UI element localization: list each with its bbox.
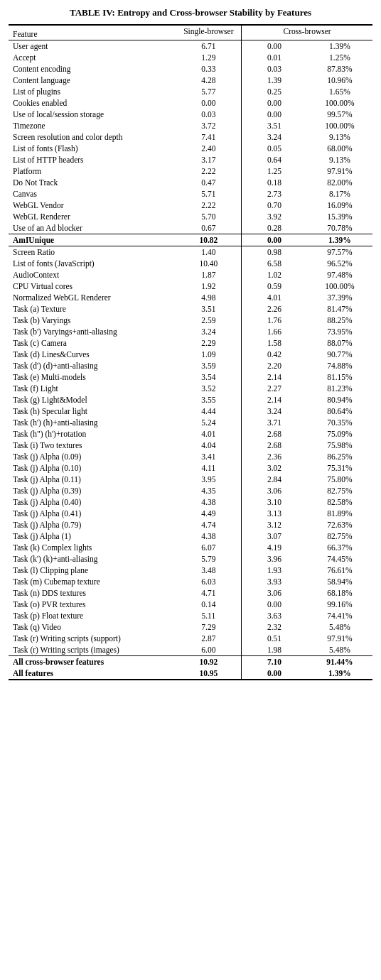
sb-entropy-cell: 7.29 bbox=[176, 621, 242, 633]
sb-entropy-cell: 4.71 bbox=[176, 587, 242, 599]
feature-cell: Screen resolution and color depth bbox=[9, 131, 176, 143]
sb-entropy-cell: 10.40 bbox=[176, 258, 242, 269]
table-row: Task (m) Cubemap texture6.033.9358.94% bbox=[9, 576, 372, 587]
table-row: Use of an Ad blocker0.670.2870.78% bbox=[9, 222, 372, 234]
feature-cell: WebGL Vendor bbox=[9, 200, 176, 211]
table-row: Do Not Track0.470.1882.00% bbox=[9, 177, 372, 188]
stability-cell: 74.41% bbox=[307, 610, 372, 621]
table-row: AudioContext1.871.0297.48% bbox=[9, 269, 372, 281]
feature-cell: Task (e) Multi-models bbox=[9, 371, 176, 383]
table-row: WebGL Vendor2.220.7016.09% bbox=[9, 200, 372, 211]
sb-entropy-cell: 4.38 bbox=[176, 530, 242, 542]
feature-cell: WebGL Renderer bbox=[9, 211, 176, 222]
table-row: Task (h') (h)+anti-aliasing5.243.7170.35… bbox=[9, 417, 372, 428]
cb-entropy-cell: 3.06 bbox=[242, 485, 307, 496]
stability-cell: 88.25% bbox=[307, 315, 372, 326]
cb-entropy-cell: 0.18 bbox=[242, 177, 307, 188]
feature-cell: Task (q) Video bbox=[9, 621, 176, 633]
sb-entropy-cell: 4.01 bbox=[176, 428, 242, 440]
stability-cell: 8.17% bbox=[307, 188, 372, 200]
table-row: Timezone3.723.51100.00% bbox=[9, 120, 372, 131]
sb-entropy-cell: 3.52 bbox=[176, 383, 242, 394]
stability-cell: 97.57% bbox=[307, 246, 372, 258]
stability-cell: 91.44% bbox=[307, 656, 372, 668]
table-row: List of HTTP headers3.170.649.13% bbox=[9, 154, 372, 165]
stability-cell: 88.07% bbox=[307, 337, 372, 349]
table-row: List of fonts (Flash)2.400.0568.00% bbox=[9, 143, 372, 154]
cb-entropy-cell: 1.76 bbox=[242, 315, 307, 326]
table-row: Task (r) Writing scripts (support)2.870.… bbox=[9, 633, 372, 644]
feature-cell: Task (r) Writing scripts (support) bbox=[9, 633, 176, 644]
sb-entropy-cell: 1.09 bbox=[176, 349, 242, 360]
stability-cell: 90.77% bbox=[307, 349, 372, 360]
table-row: Task (d) Lines&Curves1.090.4290.77% bbox=[9, 349, 372, 360]
feature-cell: Task (h) Specular light bbox=[9, 405, 176, 417]
sb-entropy-cell: 6.03 bbox=[176, 576, 242, 587]
table-row: Task (n) DDS textures4.713.0668.18% bbox=[9, 587, 372, 599]
sb-entropy-cell: 4.98 bbox=[176, 292, 242, 303]
feature-cell: Task (j) Alpha (0.79) bbox=[9, 519, 176, 530]
sb-entropy-cell: 5.77 bbox=[176, 86, 242, 97]
table-row: Task (r) Writing scripts (images)6.001.9… bbox=[9, 644, 372, 656]
table-row: List of plugins5.770.251.65% bbox=[9, 86, 372, 97]
cb-entropy-cell: 2.73 bbox=[242, 188, 307, 200]
table-row: Use of local/session storage0.030.0099.5… bbox=[9, 109, 372, 120]
table-row: User agent6.710.001.39% bbox=[9, 40, 372, 53]
cb-entropy-cell: 0.64 bbox=[242, 154, 307, 165]
table-row: Platform2.221.2597.91% bbox=[9, 165, 372, 177]
feature-cell: Task (k') (k)+anti-aliasing bbox=[9, 553, 176, 565]
cb-entropy-cell: 1.98 bbox=[242, 644, 307, 656]
cb-entropy-cell: 1.58 bbox=[242, 337, 307, 349]
cb-entropy-cell: 0.42 bbox=[242, 349, 307, 360]
sb-entropy-cell: 6.71 bbox=[176, 40, 242, 53]
table-row: Cookies enabled0.000.00100.00% bbox=[9, 97, 372, 109]
feature-cell: Task (d') (d)+anti-aliasing bbox=[9, 360, 176, 371]
sb-entropy-cell: 2.40 bbox=[176, 143, 242, 154]
stability-cell: 1.39% bbox=[307, 668, 372, 680]
table-row: Canvas5.712.738.17% bbox=[9, 188, 372, 200]
stability-cell: 87.83% bbox=[307, 63, 372, 75]
sb-entropy-cell: 4.44 bbox=[176, 405, 242, 417]
table-row: Content language4.281.3910.96% bbox=[9, 75, 372, 86]
stability-cell: 82.00% bbox=[307, 177, 372, 188]
table-row: Task (q) Video7.292.325.48% bbox=[9, 621, 372, 633]
feature-cell: Task (j) Alpha (0.39) bbox=[9, 485, 176, 496]
stability-cell: 97.48% bbox=[307, 269, 372, 281]
feature-cell: Cookies enabled bbox=[9, 97, 176, 109]
table-row: Task (b) Varyings2.591.7688.25% bbox=[9, 315, 372, 326]
table-row: Task (j) Alpha (1)4.383.0782.75% bbox=[9, 530, 372, 542]
sb-entropy-cell: 1.29 bbox=[176, 52, 242, 63]
stability-cell: 81.47% bbox=[307, 303, 372, 315]
cb-entropy-cell: 2.84 bbox=[242, 474, 307, 485]
cb-entropy-cell: 0.00 bbox=[242, 668, 307, 680]
feature-cell: AudioContext bbox=[9, 269, 176, 281]
feature-cell: Use of an Ad blocker bbox=[9, 222, 176, 234]
sb-entropy-cell: 2.22 bbox=[176, 200, 242, 211]
stability-cell: 97.91% bbox=[307, 633, 372, 644]
table-row: List of fonts (JavaScript)10.406.5896.52… bbox=[9, 258, 372, 269]
feature-cell: Task (m) Cubemap texture bbox=[9, 576, 176, 587]
cb-entropy-cell: 3.24 bbox=[242, 131, 307, 143]
stability-cell: 80.64% bbox=[307, 405, 372, 417]
feature-cell: Task (j) Alpha (0.10) bbox=[9, 462, 176, 474]
stability-cell: 5.48% bbox=[307, 621, 372, 633]
feature-cell: Task (k) Complex lights bbox=[9, 542, 176, 553]
feature-cell: Content encoding bbox=[9, 63, 176, 75]
table-row: CPU Virtual cores1.920.59100.00% bbox=[9, 281, 372, 292]
sb-entropy-cell: 5.71 bbox=[176, 188, 242, 200]
feature-cell: Platform bbox=[9, 165, 176, 177]
table-row: Task (c) Camera2.291.5888.07% bbox=[9, 337, 372, 349]
feature-cell: Normalized WebGL Renderer bbox=[9, 292, 176, 303]
stability-cell: 15.39% bbox=[307, 211, 372, 222]
sb-entropy-cell: 2.22 bbox=[176, 165, 242, 177]
cb-entropy-cell: 3.51 bbox=[242, 120, 307, 131]
stability-cell: 81.23% bbox=[307, 383, 372, 394]
sb-entropy-cell: 2.87 bbox=[176, 633, 242, 644]
feature-cell: Task (o) PVR textures bbox=[9, 599, 176, 610]
stability-cell: 82.58% bbox=[307, 496, 372, 508]
sb-entropy-cell: 3.41 bbox=[176, 451, 242, 462]
feature-cell: Task (a) Texture bbox=[9, 303, 176, 315]
sb-entropy-cell: 0.14 bbox=[176, 599, 242, 610]
sb-entropy-cell: 10.82 bbox=[176, 234, 242, 246]
stability-cell: 100.00% bbox=[307, 97, 372, 109]
